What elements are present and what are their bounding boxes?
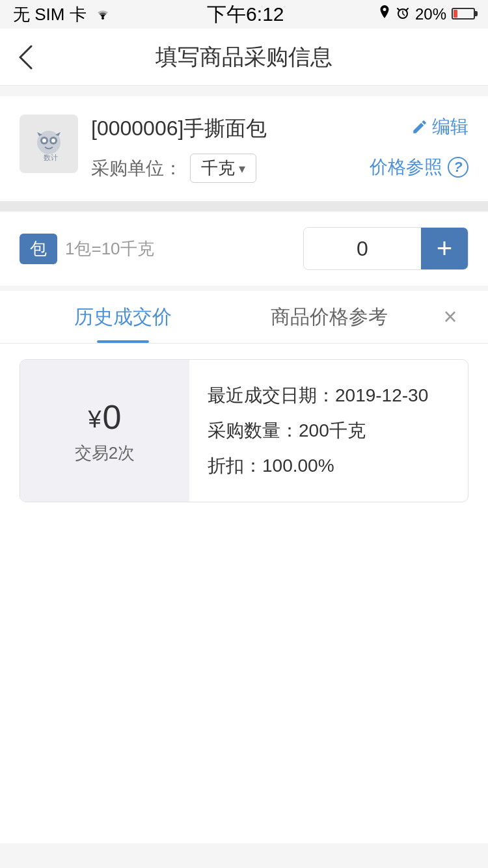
- page-title: 填写商品采购信息: [156, 42, 332, 72]
- price-card-right: 最近成交日期：2019-12-30 采购数量：200千克 折扣：100.00%: [189, 360, 468, 502]
- tab-bar: 历史成交价 商品价格参考 ×: [0, 291, 488, 344]
- status-bar: 无 SIM 卡 下午6:12 20%: [0, 0, 488, 29]
- back-button[interactable]: [18, 45, 33, 70]
- unit-label: 采购单位：: [91, 156, 182, 181]
- yen-symbol: ¥: [88, 406, 102, 433]
- price-value: 0: [103, 398, 122, 436]
- close-icon: ×: [443, 303, 457, 331]
- price-amount: ¥0: [88, 398, 122, 437]
- price-card: ¥0 交易2次 最近成交日期：2019-12-30 采购数量：200千克 折扣：…: [20, 359, 468, 502]
- edit-button[interactable]: 编辑: [411, 115, 468, 139]
- conversion-label: 1包=10千克: [65, 237, 154, 260]
- history-price-section: ¥0 交易2次 最近成交日期：2019-12-30 采购数量：200千克 折扣：…: [0, 344, 488, 518]
- recent-date-item: 最近成交日期：2019-12-30: [208, 383, 450, 408]
- product-card: 数计 [0000006]手撕面包 采购单位： 千克 ▾: [0, 96, 488, 201]
- tab-history-price[interactable]: 历史成交价: [20, 291, 226, 343]
- product-info: [0000006]手撕面包 采购单位： 千克 ▾: [91, 115, 267, 183]
- unit-value: 千克: [201, 157, 235, 180]
- product-right: 编辑 价格参照 ?: [370, 115, 468, 180]
- wifi-icon: [93, 5, 113, 25]
- svg-point-0: [102, 17, 104, 20]
- tab-close-button[interactable]: ×: [432, 299, 468, 335]
- trade-count: 交易2次: [75, 442, 135, 465]
- svg-text:数计: 数计: [44, 154, 58, 161]
- tab-price-ref-label: 商品价格参考: [271, 304, 388, 331]
- purchase-quantity-value: 200千克: [299, 420, 366, 441]
- tab-product-price-ref[interactable]: 商品价格参考: [226, 291, 432, 343]
- tab-history-label: 历史成交价: [74, 304, 172, 331]
- carrier-text: 无 SIM 卡: [13, 3, 87, 26]
- discount-item: 折扣：100.00%: [208, 454, 450, 478]
- recent-date-value: 2019-12-30: [335, 385, 428, 405]
- location-icon: [379, 5, 390, 23]
- price-ref-label: 价格参照: [370, 155, 442, 180]
- chevron-down-icon: ▾: [239, 161, 245, 176]
- status-right: 20%: [379, 5, 475, 23]
- battery-percent: 20%: [415, 5, 446, 23]
- quantity-row: 包 1包=10千克 +: [0, 211, 488, 286]
- product-left: 数计 [0000006]手撕面包 采购单位： 千克 ▾: [20, 115, 267, 183]
- tab-section: 历史成交价 商品价格参考 × ¥0 交易2次 最近成交日期：2019-12-30: [0, 291, 488, 518]
- price-card-left: ¥0 交易2次: [20, 360, 189, 502]
- alarm-icon: [396, 5, 410, 23]
- quantity-unit-info: 包 1包=10千克: [20, 234, 154, 264]
- battery-icon: [452, 5, 475, 23]
- purchase-quantity-item: 采购数量：200千克: [208, 418, 450, 443]
- quantity-input[interactable]: [304, 228, 421, 269]
- rest-page: [0, 518, 488, 843]
- quantity-input-group: +: [303, 227, 468, 270]
- status-time: 下午6:12: [207, 1, 284, 28]
- price-ref-button[interactable]: 价格参照 ?: [370, 155, 468, 180]
- package-unit-label: 包: [20, 234, 57, 264]
- status-carrier: 无 SIM 卡: [13, 3, 113, 26]
- svg-point-6: [51, 139, 55, 142]
- unit-select[interactable]: 千克 ▾: [190, 154, 256, 183]
- info-icon: ?: [448, 157, 468, 178]
- svg-point-5: [42, 139, 46, 142]
- edit-label: 编辑: [432, 115, 468, 139]
- product-name: [0000006]手撕面包: [91, 115, 267, 143]
- quantity-plus-button[interactable]: +: [421, 228, 468, 269]
- product-header: 数计 [0000006]手撕面包 采购单位： 千克 ▾: [20, 115, 468, 183]
- nav-bar: 填写商品采购信息: [0, 29, 488, 86]
- product-unit-row: 采购单位： 千克 ▾: [91, 154, 267, 183]
- discount-label: 折扣：: [208, 455, 262, 476]
- section-divider: [0, 201, 488, 211]
- discount-value: 100.00%: [262, 455, 334, 476]
- purchase-quantity-label: 采购数量：: [208, 420, 299, 441]
- recent-date-label: 最近成交日期：: [208, 385, 335, 405]
- product-thumbnail: 数计: [20, 115, 78, 173]
